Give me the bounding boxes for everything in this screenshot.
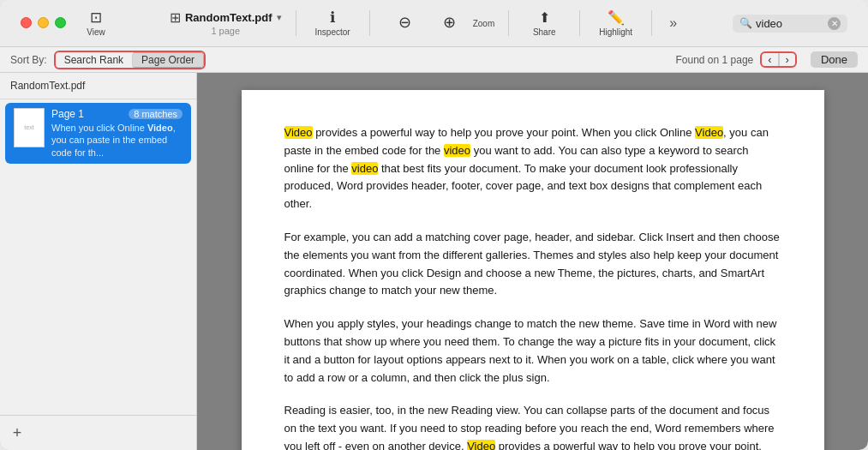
maximize-button[interactable] (55, 17, 66, 28)
titlebar-left: ⊡ View (21, 6, 117, 40)
highlight-video-2: Video (695, 126, 723, 139)
next-result-button[interactable]: › (779, 53, 795, 66)
search-icon: 🔍 (739, 17, 752, 29)
highlight-video-3: video (444, 144, 470, 157)
sidebar-header: RandomText.pdf (0, 73, 196, 99)
sidebar: RandomText.pdf text Page 1 8 matches Whe… (0, 73, 197, 450)
clear-search-button[interactable]: ✕ (828, 17, 841, 30)
more-button[interactable]: » (666, 14, 680, 33)
snippet-video-bold: Video (147, 123, 173, 133)
search-input[interactable] (756, 17, 824, 30)
inspector-icon: ℹ (330, 9, 335, 27)
divider-3 (508, 10, 509, 36)
zoom-label: Zoom (473, 19, 495, 28)
traffic-lights (21, 17, 66, 28)
pdf-area[interactable]: Video provides a powerful way to help yo… (197, 73, 868, 450)
search-box[interactable]: 🔍 ✕ (733, 15, 847, 33)
zoom-out-icon: ⊖ (398, 14, 411, 33)
divider-5 (651, 10, 652, 36)
pdf-page: Video provides a powerful way to help yo… (242, 90, 824, 450)
close-button[interactable] (21, 17, 32, 28)
done-button[interactable]: Done (811, 51, 858, 68)
sidebar-thumbnail: text (14, 108, 45, 147)
inspector-label: Inspector (315, 27, 350, 37)
add-button[interactable]: + (7, 423, 27, 443)
titlebar-center: ⊞ RandomText.pdf ▾ 1 page ℹ Inspector (117, 6, 733, 40)
minimize-button[interactable] (38, 17, 49, 28)
sidebar-matches-badge: 8 matches (129, 109, 183, 119)
filename-chevron-icon: ▾ (277, 12, 282, 23)
more-icon: » (669, 15, 677, 30)
sidebar-snippet: When you click Online Video, you can pas… (51, 122, 183, 159)
share-label: Share (533, 27, 556, 37)
titlebar: ⊡ View ⊞ RandomText.pdf ▾ 1 page (0, 0, 868, 47)
pdf-paragraph-3: When you apply styles, your headings cha… (284, 315, 781, 387)
zoom-in-button[interactable]: ⊕ (428, 10, 471, 36)
highlight-icon: ✏️ (608, 9, 625, 26)
main-content: RandomText.pdf text Page 1 8 matches Whe… (0, 73, 868, 450)
pdf-paragraph-4: Reading is easier, too, in the new Readi… (284, 402, 781, 450)
next-icon: › (786, 53, 789, 66)
prev-icon: ‹ (768, 53, 771, 66)
nav-button-group: ‹ › (760, 51, 797, 68)
sort-by-label: Sort By: (10, 54, 47, 66)
pdf-paragraph-1: Video provides a powerful way to help yo… (284, 124, 781, 213)
view-button[interactable]: ⊡ View (75, 6, 117, 40)
sort-bar: Sort By: Search Rank Page Order Found on… (0, 47, 868, 73)
sidebar-toggle-icon[interactable]: ⊞ (170, 9, 181, 26)
zoom-out-button[interactable]: ⊖ (384, 10, 427, 36)
close-search-icon: ✕ (831, 19, 838, 28)
sort-button-group: Search Rank Page Order (54, 51, 206, 69)
sidebar-item[interactable]: text Page 1 8 matches When you click Onl… (5, 103, 191, 164)
sidebar-item-top: Page 1 8 matches (51, 108, 183, 120)
add-icon: + (13, 424, 22, 442)
highlight-video-5: Video (467, 440, 495, 450)
inspector-button[interactable]: ℹ Inspector (310, 6, 356, 40)
page-order-button[interactable]: Page Order (132, 52, 204, 68)
zoom-group: ⊖ ⊕ Zoom (384, 10, 495, 36)
share-icon: ⬆ (539, 9, 550, 26)
pdf-paragraph-2: For example, you can add a matching cove… (284, 229, 781, 300)
titlebar-right: 🔍 ✕ (733, 15, 847, 33)
prev-result-button[interactable]: ‹ (762, 53, 778, 66)
share-button[interactable]: ⬆ Share (523, 6, 566, 39)
view-label: View (87, 27, 105, 37)
zoom-in-icon: ⊕ (443, 14, 456, 33)
highlight-video-4: video (351, 162, 378, 175)
file-title-block: ⊞ RandomText.pdf ▾ 1 page (170, 9, 282, 36)
page-count: 1 page (211, 26, 240, 36)
sidebar-item-info: Page 1 8 matches When you click Online V… (51, 108, 183, 159)
divider-4 (579, 10, 580, 36)
highlight-label: Highlight (599, 27, 632, 37)
window: ⊡ View ⊞ RandomText.pdf ▾ 1 page (0, 0, 868, 450)
divider-1 (296, 10, 296, 36)
sidebar-footer: + (0, 415, 196, 450)
highlight-button[interactable]: ✏️ Highlight (594, 6, 638, 39)
search-rank-button[interactable]: Search Rank (56, 52, 132, 68)
snippet-text-1: When you click Online (51, 123, 147, 133)
highlight-video-1: Video (284, 126, 313, 139)
filename: RandomText.pdf (185, 11, 272, 24)
sidebar-page-label: Page 1 (51, 108, 84, 120)
found-text: Found on 1 page (675, 54, 753, 66)
divider-2 (369, 10, 370, 36)
view-icon: ⊡ (90, 9, 102, 27)
